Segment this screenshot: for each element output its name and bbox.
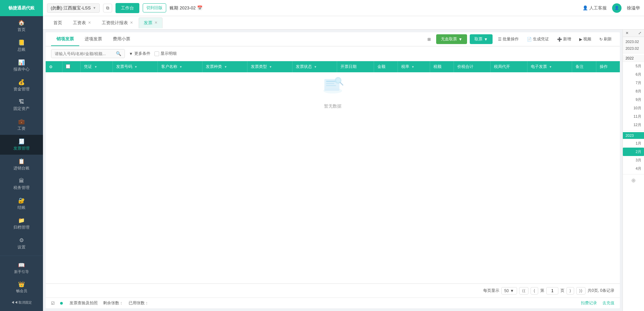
month-2022-6[interactable]: 6月 <box>623 70 644 79</box>
date-entry-2023-02-b[interactable]: 2023.02 <box>626 45 641 52</box>
home-icon: 🏠 <box>18 20 25 26</box>
sidebar-item-home[interactable]: 🏠 首页 <box>0 16 43 36</box>
sidebar-item-funds[interactable]: 💰 资金管理 <box>0 76 43 95</box>
switch-version-button[interactable]: 切到旧版 <box>143 3 166 12</box>
tab-payroll-stats[interactable]: 工资统计报表 ✕ <box>97 17 138 28</box>
month-2022-11[interactable]: 11月 <box>623 112 644 121</box>
first-page-btn[interactable]: ⟨⟨ <box>519 287 528 295</box>
generate-voucher-btn[interactable]: 📄 生成凭证 <box>524 35 552 44</box>
show-detail-checkbox[interactable] <box>154 51 159 56</box>
month-2022-10[interactable]: 10月 <box>623 104 644 112</box>
month-2022-9[interactable]: 9月 <box>623 95 644 104</box>
sidebar-item-pin[interactable]: ◀◀ 取消固定 <box>0 297 43 308</box>
status-dot <box>60 302 63 305</box>
company-dropdown-arrow: ▼ <box>93 6 96 10</box>
sidebar-item-settings[interactable]: ⚙ 设置 <box>0 234 43 254</box>
copy-button[interactable]: ⧉ <box>103 4 112 12</box>
col-customer[interactable]: 客户名称 ▼ <box>157 61 202 72</box>
no-invoice-btn[interactable]: 无血取票 ▼ <box>436 34 467 44</box>
month-2022-7[interactable]: 7月 <box>623 79 644 87</box>
month-2023-4[interactable]: 4月 <box>623 164 644 173</box>
last-page-btn[interactable]: ⟩⟩ <box>576 287 586 295</box>
next-page-btn[interactable]: ⟩ <box>566 287 574 295</box>
col-note[interactable]: 备注 <box>572 61 596 72</box>
sidebar-item-tax[interactable]: 🏛 税务管理 <box>0 174 43 194</box>
sub-tab-sales[interactable]: 销项发票 <box>51 33 79 46</box>
col-invoice-type[interactable]: 发票种类 ▼ <box>202 61 247 72</box>
year-2023-section: 2023 1月 2月 3月 4月 <box>623 131 644 174</box>
search-input[interactable] <box>55 51 114 56</box>
date-panel-bottom-icon[interactable]: ⊕ <box>623 174 644 186</box>
month-2022-5[interactable]: 5月 <box>623 62 644 70</box>
tab-payroll-stats-close[interactable]: ✕ <box>130 21 133 25</box>
month-2022-8[interactable]: 8月 <box>623 87 644 95</box>
page-input[interactable] <box>546 287 558 295</box>
sidebar-item-archive[interactable]: 📁 归档管理 <box>0 214 43 234</box>
tab-invoice[interactable]: 发票 ✕ <box>139 17 163 28</box>
tab-invoice-close[interactable]: ✕ <box>154 21 157 25</box>
col-tax-office[interactable]: 税局代开 <box>491 61 527 72</box>
sidebar-item-member[interactable]: 👑 畅会员 <box>0 278 43 297</box>
col-status[interactable]: 发票状态 ▼ <box>292 61 337 72</box>
customer-service[interactable]: 👤 人工客服 <box>583 5 607 11</box>
sidebar-item-payroll[interactable]: 💼 工资 <box>0 115 43 135</box>
main-area: (勿删) 江西服宝-LSS ▼ ⧉ 工作台 切到旧版 账期 2023-02 📅 … <box>43 0 644 311</box>
recharge-link[interactable]: 去充值 <box>602 300 614 306</box>
year-2022-section: 2022 5月 6月 7月 8月 9月 10月 11月 12月 <box>623 53 644 131</box>
new-label: 新增 <box>563 36 571 42</box>
page-size-select[interactable]: 50 ▼ <box>501 287 517 295</box>
sidebar-item-reports[interactable]: 📊 报表中心 <box>0 56 43 76</box>
month-2022-12[interactable]: 12月 <box>623 121 644 129</box>
sidebar-item-guide[interactable]: 📖 新手引导 <box>0 259 43 278</box>
search-icon: 🔍 <box>116 51 121 56</box>
date-close-icon[interactable]: ✕ <box>626 31 629 35</box>
col-settings[interactable]: ⚙ <box>46 61 62 72</box>
batch-op-btn[interactable]: ☰ 批量操作 <box>495 35 521 44</box>
sidebar-item-invoice[interactable]: 🧾 发票管理 <box>0 135 43 155</box>
date-panel-header: ✕ ⤢ <box>623 30 644 37</box>
col-action: 操作 <box>596 61 620 72</box>
sub-tabs: 销项发票 进项发票 费用小票 ⊞ 无血取票 ▼ 取票 <box>46 32 620 46</box>
refresh-btn[interactable]: ↻ 刷新 <box>597 35 614 44</box>
video-btn[interactable]: ▶ 视频 <box>577 35 594 44</box>
table-container: ⚙ 凭证 ▼ 发票号码 ▼ 客户名称 ▼ 发票种类 ▼ 发票类型 ▼ 发票状态 … <box>46 61 620 283</box>
more-conditions-btn[interactable]: ▼ 更多条件 <box>129 51 150 56</box>
month-2023-3[interactable]: 3月 <box>623 156 644 164</box>
col-open-date[interactable]: 开票日期 <box>337 61 374 72</box>
col-checkbox[interactable] <box>62 61 81 72</box>
tab-payroll-close[interactable]: ✕ <box>88 21 91 25</box>
sidebar-item-sales-purchase[interactable]: 📋 进销台账 <box>0 155 43 174</box>
username[interactable]: 徐溢华 <box>627 5 640 11</box>
take-ticket-label: 取票 <box>474 36 482 42</box>
funds-icon: 💰 <box>18 79 25 85</box>
take-ticket-btn[interactable]: 取票 ▼ <box>470 34 493 44</box>
deduction-record-link[interactable]: 扣费记录 <box>581 300 597 306</box>
col-invoice-no[interactable]: 发票号码 ▼ <box>112 61 157 72</box>
col-voucher[interactable]: 凭证 ▼ <box>81 61 113 72</box>
tab-payroll[interactable]: 工资表 ✕ <box>68 17 96 28</box>
sidebar-item-fixed-assets[interactable]: 🏗 固定资产 <box>0 95 43 115</box>
prev-page-btn[interactable]: ⟨ <box>531 287 538 295</box>
sub-tab-expense[interactable]: 费用小票 <box>107 33 136 46</box>
col-electronic[interactable]: 电子发票 ▼ <box>527 61 572 72</box>
workspace-button[interactable]: 工作台 <box>116 3 139 13</box>
month-2023-1[interactable]: 1月 <box>623 139 644 148</box>
sidebar-item-closing[interactable]: 🔐 结账 <box>0 194 43 214</box>
date-expand-icon[interactable]: ⤢ <box>638 31 641 35</box>
col-amount[interactable]: 金额 <box>374 61 398 72</box>
tab-home[interactable]: 首页 <box>48 17 67 28</box>
sub-tab-purchase[interactable]: 进项发票 <box>79 33 107 46</box>
new-btn[interactable]: ➕ 新增 <box>554 35 574 44</box>
month-2023-2[interactable]: 2月 <box>623 148 644 156</box>
col-tax-rate[interactable]: 税率 ▼ <box>398 61 430 72</box>
company-selector[interactable]: (勿删) 江西服宝-LSS ▼ <box>47 3 100 13</box>
filter-icon: ▼ <box>129 51 133 56</box>
filter-icon-btn[interactable]: ⊞ <box>425 35 433 43</box>
col-total[interactable]: 价税合计 <box>454 61 490 72</box>
col-tax[interactable]: 税额 <box>430 61 454 72</box>
date-entry-2023-02-a[interactable]: 2023.02 <box>626 38 641 45</box>
col-invoice-category[interactable]: 发票类型 ▼ <box>247 61 292 72</box>
show-detail-toggle[interactable]: 显示明细 <box>154 51 177 56</box>
sidebar-item-general-ledger[interactable]: 📒 总账 <box>0 36 43 56</box>
page-footer: 每页显示 50 ▼ ⟨⟨ ⟨ 第 页 ⟩ ⟩⟩ 共0页, 0条记录 <box>46 283 620 298</box>
